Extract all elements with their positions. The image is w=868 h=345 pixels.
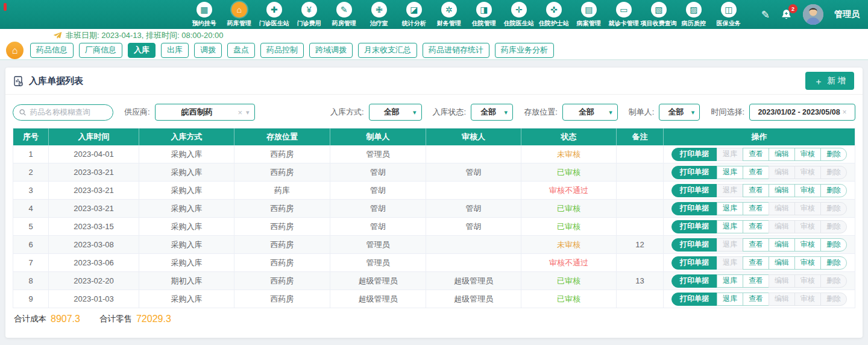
status-badge: 已审核 xyxy=(521,200,617,217)
status-select[interactable]: 全部 ▾ xyxy=(471,104,513,121)
view-button[interactable]: 查看 xyxy=(743,256,769,270)
total-retail-value: 72029.3 xyxy=(136,314,171,324)
tab-item-1[interactable]: 厂商信息 xyxy=(79,43,122,58)
nav-item-0[interactable]: ▦预约挂号 xyxy=(187,2,221,28)
delete-button[interactable]: 删除 xyxy=(820,256,847,270)
delete-button[interactable]: 删除 xyxy=(820,184,847,197)
nav-item-1[interactable]: ⌂药库管理 xyxy=(222,2,256,28)
view-button[interactable]: 查看 xyxy=(743,148,769,161)
totals-bar: 合计成本 8907.3 合计零售 72029.3 xyxy=(5,308,863,330)
edit-button: 编辑 xyxy=(769,166,795,179)
print-receipt-button[interactable]: 打印单据 xyxy=(671,220,717,233)
print-receipt-button[interactable]: 打印单据 xyxy=(671,274,717,288)
add-button[interactable]: ＋新 增 xyxy=(805,72,854,90)
delete-button[interactable]: 删除 xyxy=(820,148,847,161)
tab-item-7[interactable]: 跨域调拨 xyxy=(309,43,353,58)
search-box[interactable] xyxy=(13,104,113,121)
return-stock-button[interactable]: 退库 xyxy=(717,166,743,179)
cell-location: 西药房 xyxy=(234,290,330,308)
nav-item-11[interactable]: ▤病案管理 xyxy=(572,2,606,28)
action-button-group: 打印单据退库查看编辑审核删除 xyxy=(671,148,847,161)
delete-button[interactable]: 删除 xyxy=(820,238,847,252)
date-range-picker[interactable]: 2023/01/02 - 2023/05/08 × xyxy=(749,104,855,121)
audit-button[interactable]: 审核 xyxy=(794,184,821,197)
audit-button: 审核 xyxy=(794,220,821,233)
view-button[interactable]: 查看 xyxy=(743,184,769,197)
search-input[interactable] xyxy=(30,108,107,116)
delete-button: 删除 xyxy=(820,220,847,233)
print-receipt-button[interactable]: 打印单据 xyxy=(671,238,717,252)
nav-item-10[interactable]: ✜住院护士站 xyxy=(537,2,571,28)
status-badge: 已审核 xyxy=(521,272,617,290)
print-receipt-button[interactable]: 打印单据 xyxy=(671,293,717,306)
tab-item-10[interactable]: 药库业务分析 xyxy=(495,43,554,58)
view-button[interactable]: 查看 xyxy=(743,293,769,306)
cell-auditor: 管胡 xyxy=(426,163,521,181)
nav-item-3[interactable]: ¥门诊费用 xyxy=(292,2,326,28)
cell-method: 采购入库 xyxy=(139,236,234,253)
nav-item-7[interactable]: ✲财务管理 xyxy=(432,2,466,28)
print-receipt-button[interactable]: 打印单据 xyxy=(671,202,717,215)
status-label: 入库状态: xyxy=(433,107,467,118)
tab-item-9[interactable]: 药品进销存统计 xyxy=(423,43,489,58)
tab-item-0[interactable]: 药品信息 xyxy=(30,43,74,58)
edit-pencil-icon[interactable]: ✎ xyxy=(761,8,770,21)
cell-creator: 管胡 xyxy=(330,182,426,199)
chevron-down-icon: ▾ xyxy=(413,109,417,116)
main-nav: ▦预约挂号⌂药库管理✚门诊医生站¥门诊费用✎药房管理✙治疗室◪统计分析✲财务管理… xyxy=(187,2,746,28)
nav-item-5[interactable]: ✙治疗室 xyxy=(362,2,396,28)
nav-item-9[interactable]: ✛住院医生站 xyxy=(502,2,536,28)
edit-button[interactable]: 编辑 xyxy=(769,256,795,270)
clear-icon[interactable]: × xyxy=(843,108,847,116)
return-stock-button[interactable]: 退库 xyxy=(717,220,743,233)
module-tabs: 药品信息厂商信息入库出库调拨盘点药品控制跨域调拨月末收支汇总药品进销存统计药库业… xyxy=(30,43,554,58)
view-button[interactable]: 查看 xyxy=(743,166,769,179)
nav-item-6[interactable]: ◪统计分析 xyxy=(397,2,431,28)
tab-item-4[interactable]: 调拨 xyxy=(194,43,222,58)
creator-select[interactable]: 全部 ▾ xyxy=(659,104,700,121)
nav-item-label: 就诊卡管理 xyxy=(609,19,639,28)
tab-item-8[interactable]: 月末收支汇总 xyxy=(358,43,417,58)
print-receipt-button[interactable]: 打印单据 xyxy=(671,184,717,197)
nav-item-14[interactable]: ▨病历质控 xyxy=(677,2,711,28)
nav-item-2[interactable]: ✚门诊医生站 xyxy=(257,2,291,28)
nav-item-15[interactable]: ◫医保业务 xyxy=(712,2,746,28)
nav-item-label: 住院管理 xyxy=(472,19,496,28)
home-button[interactable]: ⌂ xyxy=(6,42,24,59)
tab-item-2[interactable]: 入库 xyxy=(128,43,156,58)
nav-item-13[interactable]: ▧项目收费查询 xyxy=(642,2,676,28)
view-button[interactable]: 查看 xyxy=(743,238,769,252)
notifications-button[interactable]: 2 xyxy=(781,8,792,21)
audit-button[interactable]: 审核 xyxy=(794,238,821,252)
view-button[interactable]: 查看 xyxy=(743,220,769,233)
audit-button[interactable]: 审核 xyxy=(794,148,821,161)
avatar[interactable] xyxy=(803,4,823,25)
view-button[interactable]: 查看 xyxy=(743,202,769,215)
tab-item-5[interactable]: 盘点 xyxy=(227,43,255,58)
cell-creator: 管理员 xyxy=(330,236,426,253)
return-stock-button[interactable]: 退库 xyxy=(717,293,743,306)
location-select[interactable]: 全部 ▾ xyxy=(562,104,618,121)
nav-item-label: 治疗室 xyxy=(370,19,388,28)
edit-button[interactable]: 编辑 xyxy=(769,184,795,197)
tab-item-3[interactable]: 出库 xyxy=(161,43,189,58)
print-receipt-button[interactable]: 打印单据 xyxy=(671,166,717,179)
edit-button[interactable]: 编辑 xyxy=(769,148,795,161)
tab-item-6[interactable]: 药品控制 xyxy=(260,43,304,58)
nav-item-8[interactable]: ◨住院管理 xyxy=(467,2,501,28)
method-select[interactable]: 全部 ▾ xyxy=(369,104,422,121)
method-label: 入库方式: xyxy=(330,107,364,118)
inpatient-doctor-icon: ✛ xyxy=(511,2,527,17)
nav-item-4[interactable]: ✎药房管理 xyxy=(327,2,361,28)
return-stock-button[interactable]: 退库 xyxy=(717,274,743,288)
nav-item-label: 住院医生站 xyxy=(504,19,534,28)
nav-item-12[interactable]: ▭就诊卡管理 xyxy=(607,2,641,28)
audit-button[interactable]: 审核 xyxy=(794,256,821,270)
supplier-select[interactable]: 皖西制药 × ▾ xyxy=(155,104,255,121)
edit-button[interactable]: 编辑 xyxy=(769,238,795,252)
clear-icon[interactable]: × xyxy=(238,108,243,117)
print-receipt-button[interactable]: 打印单据 xyxy=(671,148,717,161)
print-receipt-button[interactable]: 打印单据 xyxy=(671,256,717,270)
view-button[interactable]: 查看 xyxy=(743,274,769,288)
return-stock-button[interactable]: 退库 xyxy=(717,202,743,215)
